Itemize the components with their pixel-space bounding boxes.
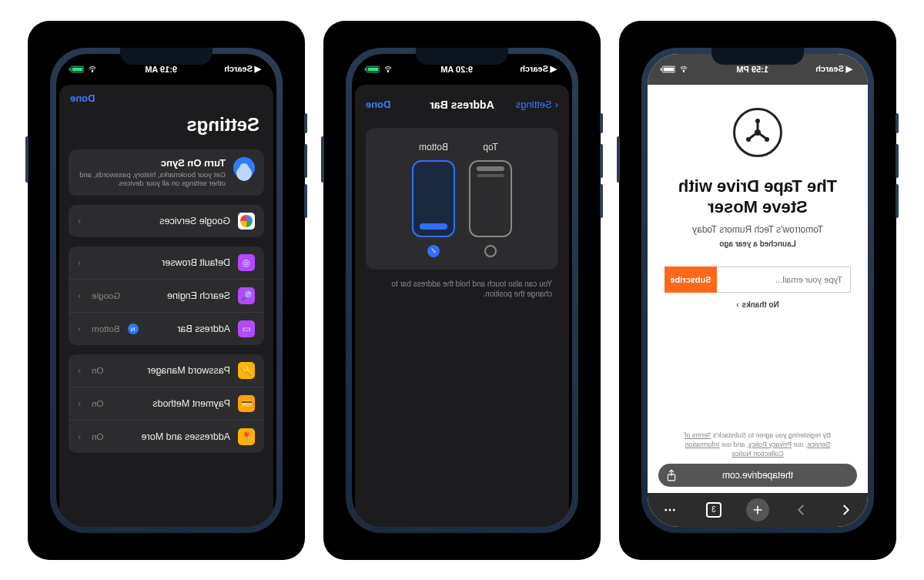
chevron-right-icon: ›	[78, 398, 81, 409]
radio-unselected-icon	[484, 245, 497, 257]
svg-point-12	[387, 71, 388, 72]
battery-icon	[69, 65, 84, 73]
status-back[interactable]: ◀ Search	[815, 64, 852, 74]
row-value: Google	[92, 291, 120, 300]
chevron-right-icon: ›	[78, 365, 81, 376]
sync-row[interactable]: Turn On Sync Get your bookmarks, history…	[69, 149, 264, 196]
row-value: On	[92, 399, 103, 408]
svg-rect-18	[72, 67, 83, 71]
address-bar-row[interactable]: ▭ Address Bar N Bottom ›	[69, 312, 264, 345]
nav-title: Address Bar	[430, 99, 494, 111]
status-back[interactable]: ◀ Search	[224, 64, 261, 74]
option-top[interactable]: Top	[469, 142, 512, 257]
battery-icon	[660, 65, 675, 73]
url-text: thetapedrive.com	[722, 470, 793, 481]
nav-bar: ‹ Settings Address Bar Done	[355, 89, 569, 120]
svg-point-5	[755, 119, 760, 123]
svg-rect-15	[365, 68, 367, 70]
privacy-link[interactable]: Privacy Policy	[749, 441, 792, 448]
status-time: 9:20 AM	[440, 65, 473, 74]
svg-rect-19	[69, 68, 71, 70]
terms-text: By registering you agree to Substack's T…	[665, 431, 851, 458]
page-meta: Launched a year ago	[719, 240, 795, 248]
chevron-right-icon: ›	[736, 300, 738, 309]
page-title: The Tape Drive with Steve Moser	[665, 176, 851, 218]
svg-point-11	[665, 508, 667, 511]
svg-point-6	[746, 137, 751, 142]
tabs-button[interactable]: 3	[701, 498, 726, 522]
done-button[interactable]: Done	[70, 92, 95, 108]
phone-frame-1: ◀ Search 1:59 PM	[619, 21, 896, 560]
default-browser-row[interactable]: ◎ Default Browser ›	[69, 246, 264, 279]
battery-icon	[364, 65, 380, 73]
row-value: On	[92, 432, 103, 441]
radio-selected-icon: ✓	[427, 245, 440, 257]
search-engine-row[interactable]: 🔍 Search Engine Google ›	[69, 279, 264, 312]
svg-point-10	[668, 508, 671, 511]
svg-point-16	[92, 71, 92, 72]
sync-title: Turn On Sync	[78, 157, 226, 169]
share-icon[interactable]	[666, 469, 677, 481]
preview-bottom-icon	[412, 160, 455, 237]
addresses-row[interactable]: 📍 Addresses and More On ›	[69, 420, 264, 453]
payment-methods-row[interactable]: 💳 Payment Methods On ›	[69, 387, 264, 420]
browser-toolbar: 3	[648, 493, 868, 527]
chevron-right-icon: ›	[78, 290, 81, 301]
hint-text: You can also touch and hold the address …	[355, 277, 569, 300]
option-label: Top	[483, 142, 497, 153]
row-value: On	[92, 366, 103, 375]
new-badge-icon: N	[128, 324, 139, 334]
row-value: Bottom	[92, 324, 119, 334]
avatar-icon	[233, 157, 255, 179]
status-back[interactable]: ◀ Search	[520, 64, 557, 74]
google-icon	[238, 213, 255, 230]
forward-button[interactable]	[789, 498, 814, 522]
status-time: 9:19 AM	[145, 65, 177, 74]
svg-rect-14	[368, 67, 379, 71]
sync-subtitle: Get your bookmarks, history, passwords, …	[79, 170, 226, 189]
pin-icon: 📍	[238, 428, 255, 445]
site-logo	[733, 108, 782, 157]
no-thanks-link[interactable]: No thanks ›	[736, 300, 779, 309]
svg-point-0	[683, 71, 684, 72]
phone-frame-3: ◀ Search 9:19 AM Done Settings Tu	[28, 21, 305, 560]
address-bar-position-card: Top Bottom ✓	[366, 128, 558, 270]
done-button[interactable]: Done	[366, 99, 391, 110]
settings-title: Settings	[59, 111, 273, 145]
search-icon: 🔍	[238, 287, 255, 304]
back-button[interactable]	[833, 498, 858, 522]
chevron-right-icon: ›	[78, 216, 81, 226]
preview-top-icon	[469, 160, 512, 237]
menu-button[interactable]	[658, 498, 682, 522]
webpage-content: The Tape Drive with Steve Moser Tomorrow…	[648, 85, 868, 464]
svg-point-9	[672, 508, 675, 511]
chevron-left-icon: ‹	[555, 99, 558, 110]
wifi-icon	[383, 65, 393, 73]
address-bar-icon: ▭	[238, 320, 255, 337]
svg-rect-3	[661, 68, 662, 70]
subscribe-button[interactable]: Subscribe	[665, 267, 717, 293]
chevron-right-icon: ›	[78, 324, 81, 334]
address-bar[interactable]: thetapedrive.com	[658, 464, 857, 487]
back-button[interactable]: ‹ Settings	[516, 99, 558, 110]
chevron-right-icon: ›	[78, 431, 81, 442]
key-icon: 🔑	[238, 362, 255, 379]
option-label: Bottom	[419, 142, 448, 153]
page-subtitle: Tomorrow's Tech Rumors Today	[692, 224, 823, 235]
new-tab-button[interactable]	[745, 498, 770, 522]
email-field[interactable]	[717, 267, 851, 293]
password-manager-row[interactable]: 🔑 Password Manager On ›	[69, 354, 264, 387]
phone-frame-2: ◀ Search 9:20 AM ‹ Settings Address Bar	[323, 21, 601, 560]
svg-point-7	[765, 137, 769, 142]
compass-icon: ◎	[238, 254, 255, 271]
chevron-right-icon: ›	[78, 257, 81, 268]
wifi-icon	[87, 65, 98, 73]
google-services-row[interactable]: Google Services ›	[69, 205, 264, 237]
wifi-icon	[678, 65, 689, 73]
card-icon: 💳	[238, 395, 255, 412]
status-time: 1:59 PM	[736, 65, 768, 74]
svg-rect-2	[664, 67, 675, 71]
option-bottom[interactable]: Bottom ✓	[412, 142, 455, 257]
